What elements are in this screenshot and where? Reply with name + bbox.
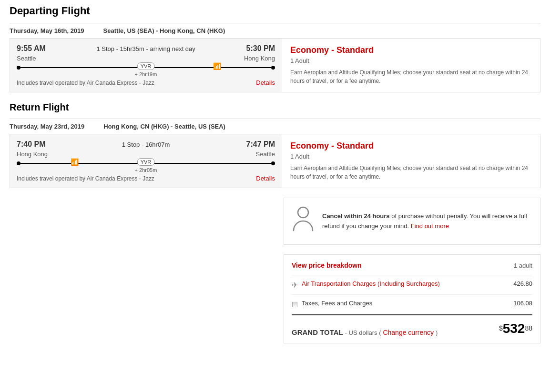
return-layover-duration: + 2hr05m: [17, 167, 275, 173]
departing-operator-row: Includes travel operated by Air Canada E…: [17, 79, 275, 86]
air-transport-amount: 426.80: [513, 280, 532, 287]
departing-title: Departing Flight: [10, 5, 540, 17]
find-out-link[interactable]: Find out more: [411, 222, 449, 230]
total-cents: 88: [525, 324, 532, 332]
return-operator-row: Includes travel operated by Air Canada E…: [17, 175, 275, 182]
grand-total-label: GRAND TOTAL: [292, 328, 343, 336]
right-column: Cancel within 24 hours of purchase witho…: [284, 198, 540, 343]
air-transport-label: Air Transportation Charges (Including Su…: [302, 280, 440, 287]
svg-point-0: [298, 207, 308, 218]
departing-arrive-time: 5:30 PM: [246, 44, 275, 53]
departing-date: Thursday, May 16th, 2019: [10, 27, 84, 34]
grand-total-row: GRAND TOTAL - US dollars ( Change curren…: [292, 314, 532, 336]
currency-note: - US dollars (: [345, 329, 381, 336]
price-row-label-0: ✈ Air Transportation Charges (Including …: [292, 280, 440, 290]
departing-operator-text: Includes travel operated by Air Canada E…: [17, 80, 154, 86]
route-dot-start: [17, 66, 20, 70]
departing-route: Seattle, US (SEA) - Hong Kong, CN (HKG): [103, 27, 225, 34]
return-wifi-icon: 📶: [71, 158, 79, 166]
return-date: Thursday, May 23rd, 2019: [10, 123, 84, 130]
departing-fare-title: Economy - Standard: [290, 45, 531, 55]
departing-flight-card: 9:55 AM 1 Stop - 15hr35m - arriving next…: [10, 38, 540, 92]
price-row-0: ✈ Air Transportation Charges (Including …: [292, 275, 532, 294]
view-breakdown-link[interactable]: View price breakdown: [292, 261, 362, 269]
return-route-dot-start: [17, 161, 20, 165]
departing-cities-row: Seattle Hong Kong: [17, 55, 275, 62]
return-times-row: 7:40 PM 1 Stop - 16hr07m 7:47 PM: [17, 140, 275, 149]
taxes-label: Taxes, Fees and Charges: [302, 300, 372, 307]
departing-destination: Hong Kong: [244, 55, 275, 62]
taxes-amount: 106.08: [513, 300, 532, 307]
return-stop-info: 1 Stop - 16hr07m: [122, 141, 170, 148]
return-section: Return Flight Thursday, May 23rd, 2019 H…: [10, 102, 540, 188]
departing-origin: Seattle: [17, 55, 36, 62]
return-layover-badge: YVR: [137, 158, 155, 166]
departing-times-row: 9:55 AM 1 Stop - 15hr35m - arriving next…: [17, 44, 275, 53]
return-route-dot-end: [271, 161, 275, 165]
return-title: Return Flight: [10, 102, 540, 113]
cancel-bold: Cancel within 24 hours: [322, 212, 390, 220]
air-transport-icon: ✈: [292, 281, 298, 290]
return-cities-row: Hong Kong Seattle: [17, 151, 275, 158]
departing-fare-passengers: 1 Adult: [290, 57, 531, 64]
departing-layover-badge: YVR: [137, 62, 155, 70]
price-row-1: ▤ Taxes, Fees and Charges 106.08: [292, 294, 532, 312]
departing-flight-details: 9:55 AM 1 Stop - 15hr35m - arriving next…: [10, 39, 282, 92]
return-route-line: 📶 YVR: [17, 161, 275, 165]
price-row-label-1: ▤ Taxes, Fees and Charges: [292, 300, 372, 308]
return-flight-card: 7:40 PM 1 Stop - 16hr07m 7:47 PM Hong Ko…: [10, 134, 540, 188]
route-line-bar: YVR 📶: [20, 67, 271, 68]
return-fare: Economy - Standard 1 Adult Earn Aeroplan…: [282, 134, 540, 188]
return-route-line-bar: 📶 YVR: [20, 163, 271, 164]
departing-fare-desc: Earn Aeroplan and Altitude Qualifying Mi…: [290, 68, 531, 85]
departing-layover-duration: + 2hr19m: [17, 71, 275, 77]
return-arrive-time: 7:47 PM: [246, 140, 275, 149]
grand-total-left: GRAND TOTAL - US dollars ( Change curren…: [292, 328, 438, 336]
departing-stop-info: 1 Stop - 15hr35m - arriving next day: [96, 45, 195, 52]
departing-details-link[interactable]: Details: [256, 79, 275, 86]
departing-section: Departing Flight Thursday, May 16th, 201…: [10, 5, 540, 92]
departing-depart-time: 9:55 AM: [17, 44, 46, 53]
price-header-row: View price breakdown 1 adult: [292, 261, 532, 269]
adult-count-label: 1 adult: [514, 262, 532, 269]
return-fare-title: Economy - Standard: [290, 141, 531, 151]
taxes-icon: ▤: [292, 300, 298, 308]
return-fare-passengers: 1 Adult: [290, 153, 531, 160]
return-flight-details: 7:40 PM 1 Stop - 16hr07m 7:47 PM Hong Ko…: [10, 134, 282, 188]
currency-close: ): [436, 329, 438, 336]
return-details-link[interactable]: Details: [256, 175, 275, 182]
return-route: Hong Kong, CN (HKG) - Seattle, US (SEA): [103, 123, 225, 130]
departing-fare: Economy - Standard 1 Adult Earn Aeroplan…: [282, 39, 540, 92]
return-depart-time: 7:40 PM: [17, 140, 45, 149]
return-destination: Seattle: [256, 151, 275, 158]
return-origin: Hong Kong: [17, 151, 48, 158]
cancel-policy-text: Cancel within 24 hours of purchase witho…: [322, 211, 532, 231]
total-main: 532: [503, 321, 525, 336]
price-section: View price breakdown 1 adult ✈ Air Trans…: [284, 254, 540, 343]
cancel-policy-box: Cancel within 24 hours of purchase witho…: [284, 198, 540, 245]
departing-route-line: YVR 📶: [17, 66, 275, 70]
person-icon: [292, 206, 315, 237]
total-dollar-sign: $: [499, 324, 503, 332]
return-operator-text: Includes travel operated by Air Canada E…: [17, 175, 154, 182]
route-dot-end: [271, 66, 275, 70]
grand-total-amount: $53288: [499, 321, 532, 336]
return-fare-desc: Earn Aeroplan and Altitude Qualifying Mi…: [290, 164, 531, 181]
change-currency-link[interactable]: Change currency: [383, 329, 434, 336]
wifi-icon: 📶: [213, 62, 221, 70]
